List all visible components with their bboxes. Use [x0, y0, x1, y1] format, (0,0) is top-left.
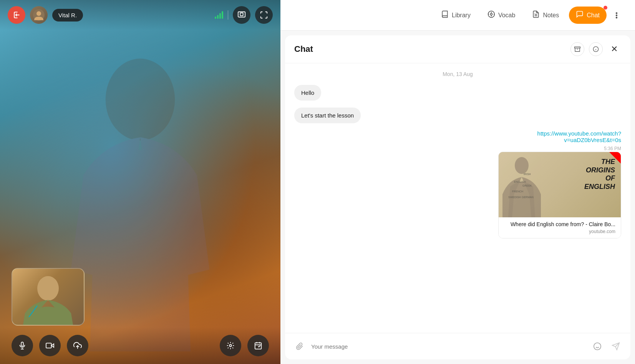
fullscreen-button[interactable]	[255, 6, 273, 24]
emoji-button[interactable]	[590, 339, 604, 353]
effects-button[interactable]	[220, 335, 241, 356]
user-avatar	[30, 6, 48, 24]
chat-title: Chat	[294, 44, 570, 54]
chat-date-label: Mon, 13 Aug	[294, 71, 621, 77]
chat-label: Chat	[587, 12, 600, 19]
message-bubble-hello: Hello	[294, 85, 321, 101]
nav-chat[interactable]: Chat	[569, 7, 607, 24]
more-options-button[interactable]	[610, 8, 623, 22]
chat-notification-badge	[603, 6, 607, 10]
svg-point-0	[106, 59, 175, 141]
link-message: https://www.youtube.com/watch?v=uaDZ0bVr…	[294, 130, 621, 238]
chat-header: Chat ✕	[285, 35, 630, 63]
message-bubble-lesson: Let's start the lesson	[294, 108, 361, 123]
svg-text:GERMAN: GERMAN	[522, 196, 534, 199]
svg-point-28	[515, 157, 529, 174]
svg-point-2	[36, 11, 41, 16]
yt-card-info: Where did English come from? - Claire Bo…	[499, 217, 621, 238]
attach-button[interactable]	[293, 339, 307, 353]
share-button[interactable]	[67, 335, 88, 356]
svg-rect-23	[575, 47, 580, 48]
info-button[interactable]	[589, 42, 603, 56]
link-time: 5:36 PM	[604, 146, 621, 151]
svg-point-35	[594, 343, 601, 350]
nav-notes[interactable]: Notes	[525, 7, 566, 24]
self-view	[12, 268, 85, 326]
chat-panel: Chat ✕	[285, 35, 630, 359]
message-row-hello: Hello	[294, 85, 621, 104]
close-chat-button[interactable]: ✕	[607, 42, 621, 56]
library-icon	[441, 10, 449, 20]
video-panel: Vital R.	[0, 0, 280, 364]
svg-rect-4	[240, 13, 243, 16]
svg-rect-7	[21, 342, 23, 346]
svg-text:SWEDISH: SWEDISH	[508, 196, 521, 199]
divider	[228, 10, 228, 20]
yt-figure: IRISH ENGLISH GREEK FRENCH SWEDISH GERMA…	[502, 156, 541, 217]
message-input[interactable]	[311, 343, 586, 350]
notes-label: Notes	[543, 12, 559, 19]
nav-chat-wrap: Chat	[569, 7, 607, 24]
chat-header-icons: ✕	[570, 42, 621, 56]
svg-rect-10	[46, 343, 51, 348]
message-row-lesson: Let's start the lesson	[294, 108, 621, 127]
archive-button[interactable]	[570, 42, 584, 56]
video-topbar: Vital R.	[0, 0, 280, 30]
self-view-background	[12, 269, 84, 325]
svg-text:FRENCH: FRENCH	[512, 190, 523, 193]
right-panel: Library Vocab No	[280, 0, 635, 364]
camera-button[interactable]	[39, 335, 61, 356]
svg-point-17	[490, 13, 492, 15]
exit-button[interactable]	[8, 6, 25, 24]
video-controls	[0, 327, 280, 364]
youtube-card[interactable]: IRISH ENGLISH GREEK FRENCH SWEDISH GERMA…	[498, 152, 621, 238]
yt-thumbnail: IRISH ENGLISH GREEK FRENCH SWEDISH GERMA…	[499, 152, 621, 217]
notes-icon	[532, 10, 540, 20]
svg-text:GREEK: GREEK	[522, 184, 532, 187]
user-name-badge: Vital R.	[52, 9, 83, 22]
svg-point-5	[37, 276, 59, 301]
signal-strength	[215, 11, 223, 19]
youtube-link[interactable]: https://www.youtube.com/watch?v=uaDZ0bVr…	[498, 130, 621, 143]
self-person	[17, 275, 79, 325]
link-content: https://www.youtube.com/watch?v=uaDZ0bVr…	[498, 130, 621, 238]
svg-point-20	[616, 12, 617, 13]
svg-point-21	[616, 15, 617, 16]
svg-text:IRISH: IRISH	[524, 173, 531, 175]
nav-library[interactable]: Library	[434, 7, 477, 24]
mic-button[interactable]	[12, 335, 33, 356]
send-button[interactable]	[609, 339, 623, 353]
chat-input-bar	[285, 333, 630, 359]
yt-card-domain: youtube.com	[504, 229, 615, 234]
yt-card-title: Where did English come from? - Claire Bo…	[504, 221, 615, 227]
screen-share-button[interactable]	[233, 6, 250, 24]
nav-vocab[interactable]: Vocab	[481, 7, 522, 24]
vocab-icon	[487, 10, 495, 20]
vocab-label: Vocab	[498, 12, 515, 19]
svg-point-22	[616, 17, 617, 18]
svg-point-12	[229, 344, 232, 347]
svg-text:ENGLISH: ENGLISH	[514, 180, 526, 183]
schedule-button[interactable]	[247, 335, 269, 356]
chat-icon	[576, 10, 584, 20]
top-nav: Library Vocab No	[280, 0, 635, 31]
library-label: Library	[452, 12, 471, 19]
yt-title-text: THEORIGINSOFENGLISH	[584, 158, 615, 191]
chat-messages[interactable]: Mon, 13 Aug Hello Let's start the lesson…	[285, 63, 630, 333]
